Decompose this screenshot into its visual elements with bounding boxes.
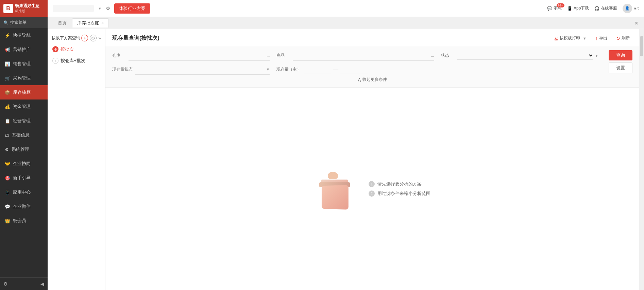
system-icon: ⚙ — [5, 147, 9, 152]
sidebar-item-sales[interactable]: 📊 销售管理 — [0, 57, 48, 71]
app-download-label: App下载 — [574, 5, 589, 11]
plan-item-batch[interactable]: ⚙ 按批次 — [48, 43, 105, 55]
sidebar-item-inventory[interactable]: 📦 库存核算 — [0, 85, 48, 99]
left-panel-actions: + ⚙ « — [81, 35, 101, 41]
sidebar-item-app-center[interactable]: 📱 应用中心 — [0, 185, 48, 199]
export-btn[interactable]: ↑ 导出 — [593, 34, 610, 42]
empty-face — [328, 172, 338, 179]
left-panel-collapse-btn[interactable]: « — [98, 35, 101, 41]
sidebar-item-purchase[interactable]: 🛒 采购管理 — [0, 71, 48, 85]
warehouse-filter: 仓库 ... — [112, 50, 270, 61]
tab-close-icon[interactable]: × — [101, 21, 104, 25]
sidebar-search-trigger[interactable]: 🔍 搜索菜单 — [0, 17, 48, 28]
headset-icon: 🎧 — [594, 6, 599, 11]
user-name: Rit — [633, 6, 639, 11]
messages-item[interactable]: 💬 消息 99+ — [547, 5, 562, 11]
sidebar-item-label: 应用中心 — [13, 189, 31, 195]
app-center-icon: 📱 — [5, 190, 10, 195]
sidebar-item-label: 快捷导航 — [13, 32, 31, 38]
sidebar-item-label: 畅会员 — [13, 218, 26, 224]
sidebar-item-quick-nav[interactable]: ⚡ 快捷导航 — [0, 28, 48, 42]
filter-settings-button[interactable]: 设置 — [609, 62, 632, 73]
sidebar-item-vip[interactable]: 👑 畅会员 — [0, 214, 48, 228]
quick-nav-icon: ⚡ — [5, 33, 10, 38]
right-scrollbar-thumb[interactable] — [640, 36, 643, 56]
plan-active-icon: ⚙ — [52, 46, 58, 52]
inv-status-dropdown-icon[interactable]: ▼ — [266, 67, 270, 71]
warehouse-label: 仓库 — [112, 53, 126, 58]
left-panel: 按以下方案查询 + ⚙ « ⚙ 按批次 ○ 按仓库+批次 — [48, 29, 105, 290]
sidebar-item-label: 经营管理 — [13, 118, 31, 124]
company-name: 畅康通好生意 — [15, 3, 39, 9]
sidebar-item-marketing[interactable]: 📢 营销推广 — [0, 42, 48, 57]
topbar-search-box[interactable] — [53, 5, 94, 12]
print-dropdown-icon[interactable]: ▼ — [583, 36, 587, 40]
plan-outline-icon: ○ — [52, 58, 58, 64]
print-template-btn[interactable]: 🖨 按模板打印 ▼ — [551, 34, 589, 42]
tab-home[interactable]: 首页 — [53, 19, 71, 28]
sidebar-nav: ⚡ 快捷导航 📢 营销推广 📊 销售管理 🛒 采购管理 📦 库存核算 💰 资金管… — [0, 28, 48, 277]
warehouse-more-btn[interactable]: ... — [267, 53, 270, 57]
inventory-status-filter: 现存量状态 ▼ — [112, 64, 270, 75]
warehouse-input-box: ... — [129, 50, 270, 61]
product-more-btn[interactable]: ... — [431, 53, 434, 57]
tab-inventory-batch[interactable]: 库存批次账 × — [72, 18, 109, 28]
sidebar-item-label: 新手引导 — [13, 175, 31, 181]
trial-button[interactable]: 体验行业方案 — [114, 3, 150, 14]
search-icon: 🔍 — [3, 20, 9, 25]
step-1-num: 1 — [369, 181, 375, 187]
status-dropdown-icon: ▼ — [595, 54, 598, 58]
qty-range: — — [304, 66, 368, 73]
inventory-status-input[interactable] — [135, 66, 265, 73]
status-filter: 状态 全部 ▼ — [441, 51, 598, 60]
sidebar-item-business[interactable]: 📋 经营管理 — [0, 114, 48, 128]
print-icon: 🖨 — [554, 36, 558, 41]
app-download-icon: 📱 — [567, 6, 572, 11]
topbar-chevron-icon[interactable]: ▼ — [98, 6, 102, 11]
topbar-search-input[interactable] — [56, 6, 83, 11]
empty-illustration — [314, 168, 355, 209]
basic-icon: 🗂 — [5, 133, 9, 138]
sidebar: B 畅康通好生意 标准版 🔍 搜索菜单 ⚡ 快捷导航 📢 营销推广 📊 销售管理… — [0, 0, 48, 290]
refresh-label: 刷新 — [622, 35, 630, 41]
sidebar-item-newbie[interactable]: 🎯 新手引导 — [0, 171, 48, 185]
plan-item-warehouse-batch[interactable]: ○ 按仓库+批次 — [48, 55, 105, 67]
sidebar-item-finance[interactable]: 💰 资金管理 — [0, 99, 48, 114]
product-input[interactable] — [293, 52, 431, 59]
messages-badge: 99+ — [557, 3, 564, 7]
sidebar-footer: ⚙ ◀ — [0, 277, 48, 290]
sidebar-item-label: 企业微信 — [13, 203, 31, 210]
collapse-toggle-btn[interactable]: ⋀ 收起更多条件 — [358, 77, 387, 83]
qty-min-input[interactable] — [304, 66, 331, 73]
empty-step-1: 1 请先选择要分析的方案 — [369, 181, 430, 187]
sidebar-item-basic[interactable]: 🗂 基础信息 — [0, 128, 48, 142]
refresh-icon: ↻ — [616, 36, 620, 41]
sidebar-item-wechat[interactable]: 💬 企业微信 — [0, 199, 48, 214]
tabs-bar: 首页 库存批次账 × ✕ — [48, 17, 644, 29]
user-profile[interactable]: 👤 Rit — [623, 4, 639, 13]
sidebar-item-collab[interactable]: 🤝 企业协同 — [0, 157, 48, 171]
warehouse-input[interactable] — [129, 52, 267, 59]
status-label: 状态 — [441, 53, 455, 58]
step-1-text: 请先选择要分析的方案 — [377, 181, 422, 187]
online-service-item[interactable]: 🎧 在线客服 — [594, 5, 617, 11]
query-button[interactable]: 查询 — [609, 50, 632, 60]
footer-settings-icon[interactable]: ⚙ — [3, 281, 8, 287]
add-plan-btn[interactable]: + — [81, 35, 88, 41]
empty-text: 1 请先选择要分析的方案 2 用过滤条件来缩小分析范围 — [369, 181, 430, 197]
refresh-btn[interactable]: ↻ 刷新 — [613, 34, 632, 42]
status-select[interactable]: 全部 — [457, 51, 593, 60]
tab-inventory-batch-label: 库存批次账 — [77, 20, 99, 26]
sidebar-item-system[interactable]: ⚙ 系统管理 — [0, 142, 48, 157]
plan-batch-label: 按批次 — [61, 46, 74, 52]
plan-settings-btn[interactable]: ⚙ — [90, 35, 97, 41]
product-input-box: ... — [293, 50, 434, 61]
user-avatar: 👤 — [623, 4, 632, 13]
tabs-panel-close-btn[interactable]: ✕ — [634, 20, 639, 26]
marketing-icon: 📢 — [5, 47, 10, 52]
filter-area: 仓库 ... 商品 ... — [105, 46, 639, 88]
footer-collapse-icon[interactable]: ◀ — [40, 281, 44, 287]
qty-max-input[interactable] — [340, 66, 368, 73]
topbar-gear-icon[interactable]: ⚙ — [106, 5, 110, 12]
app-download-item[interactable]: 📱 App下载 — [567, 5, 589, 11]
